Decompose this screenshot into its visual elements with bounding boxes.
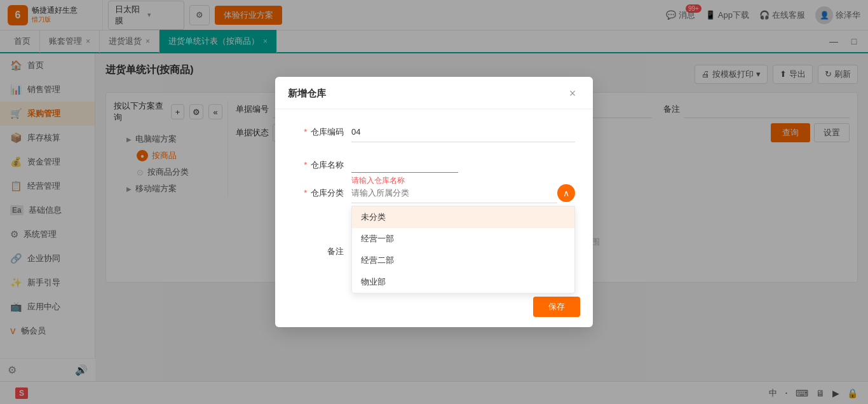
modal-overlay: 新增仓库 × * 仓库编码 * 仓库名称	[0, 0, 868, 404]
save-button[interactable]: 保存	[533, 297, 580, 317]
category-label: * 仓库分类	[293, 183, 344, 199]
dropdown-item-property[interactable]: 物业部	[352, 271, 574, 293]
required-mark2: *	[304, 160, 307, 170]
note-label2: 备注	[293, 241, 344, 257]
name-label: * 仓库名称	[293, 155, 344, 171]
dialog-close-button[interactable]: ×	[565, 86, 580, 101]
dropdown-item-unclassified[interactable]: 未分类	[352, 206, 574, 228]
form-row-name: * 仓库名称 请输入仓库名称	[293, 152, 575, 173]
add-warehouse-dialog: 新增仓库 × * 仓库编码 * 仓库名称	[275, 77, 593, 327]
dropdown-item-ops2[interactable]: 经营二部	[352, 250, 574, 271]
dialog-body: * 仓库编码 * 仓库名称 请输入仓库名称 *	[275, 109, 593, 289]
dialog-footer: 保存	[275, 289, 593, 327]
name-input[interactable]	[351, 152, 458, 173]
form-row-category: * 仓库分类 ∧ 未分类 经营一部 经营二部 物业部	[293, 183, 575, 203]
code-label: * 仓库编码	[293, 122, 344, 138]
required-mark: *	[304, 127, 307, 137]
code-input[interactable]	[351, 122, 575, 142]
form-row-code: * 仓库编码	[293, 122, 575, 142]
category-dropdown: 未分类 经营一部 经营二部 物业部	[351, 206, 575, 293]
dialog-header: 新增仓库 ×	[275, 77, 593, 109]
required-mark3: *	[304, 188, 307, 198]
dialog-title: 新增仓库	[288, 88, 326, 100]
category-input[interactable]	[351, 183, 557, 203]
category-select-wrapper: ∧ 未分类 经营一部 经营二部 物业部	[351, 183, 575, 203]
category-toggle-button[interactable]: ∧	[557, 184, 575, 202]
dropdown-item-ops1[interactable]: 经营一部	[352, 228, 574, 250]
